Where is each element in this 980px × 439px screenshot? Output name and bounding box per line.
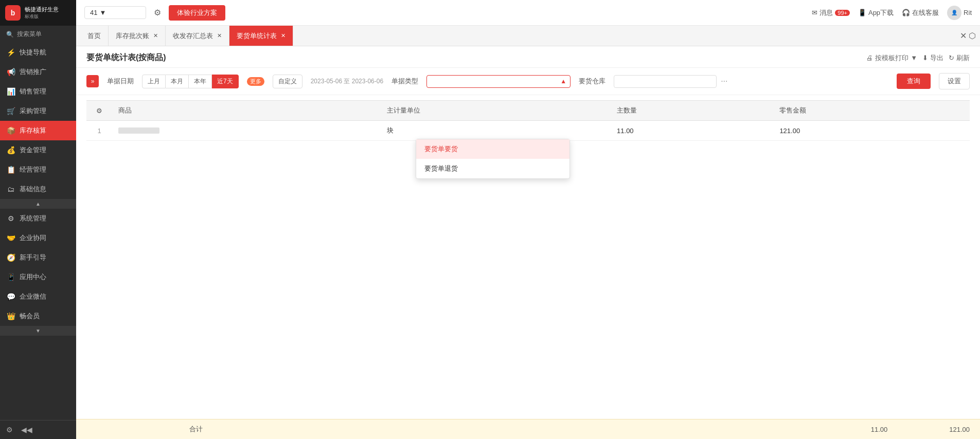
query-button[interactable]: 查询 [897, 74, 931, 89]
sidebar-item-basic-info[interactable]: 🗂 基础信息 [0, 179, 76, 199]
sidebar-label-inventory: 库存核算 [20, 126, 46, 135]
warehouse-filter-label: 要货仓库 [579, 77, 605, 86]
export-label: 导出 [930, 53, 943, 63]
sidebar-label-basic-info: 基础信息 [20, 185, 46, 194]
sidebar-item-sales[interactable]: 📊 销售管理 [0, 82, 76, 101]
col-unit: 主计量单位 [381, 101, 611, 121]
sidebar-item-operations[interactable]: 📋 经营管理 [0, 160, 76, 179]
messages-item[interactable]: ✉ 消息 99+ [812, 8, 850, 17]
print-btn[interactable]: 🖨 按模板打印 ▼ [866, 53, 917, 63]
prev-month-btn[interactable]: 上月 [142, 75, 166, 88]
sidebar-label-member: 畅会员 [20, 312, 40, 321]
col-quantity: 主数量 [611, 101, 773, 121]
date-buttons-group: 上月 本月 本年 近7天 [142, 75, 239, 88]
tabs-right-actions: ✕ ⬡ [960, 31, 976, 41]
sidebar-label-system: 系统管理 [20, 214, 46, 223]
table-footer: 合计 11.00 121.00 [76, 419, 980, 439]
messages-badge: 99+ [835, 10, 850, 16]
col-amount: 零售金额 [773, 101, 970, 121]
footer-label: 合计 [189, 425, 203, 434]
finance-icon: 💰 [6, 146, 15, 154]
refresh-btn[interactable]: ↻ 刷新 [949, 53, 970, 63]
order-stats-label: 要货单统计表 [237, 31, 277, 41]
tab-expand-icon[interactable]: ⬡ [969, 31, 976, 41]
type-chevron-up-icon[interactable]: ▲ [560, 78, 566, 85]
scroll-down-btn[interactable]: ▼ [0, 326, 76, 336]
tab-inventory-batch[interactable]: 库存批次账 ✕ [109, 26, 166, 46]
brand-name: 畅捷通好生意 [25, 6, 59, 13]
search-menu-label: 搜索菜单 [17, 30, 42, 39]
brand-badge: 标准版 [25, 13, 59, 20]
page-title: 要货单统计表(按商品) [86, 52, 166, 63]
sidebar-item-app-center[interactable]: 📱 应用中心 [0, 267, 76, 287]
phone-icon: 📱 [858, 9, 866, 16]
row-seq: 1 [86, 121, 112, 141]
tab-inventory-batch-close[interactable]: ✕ [153, 32, 158, 39]
sidebar-settings-icon[interactable]: ⚙ [6, 426, 13, 434]
tab-close-all-icon[interactable]: ✕ [960, 31, 967, 41]
product-placeholder [118, 127, 159, 134]
topbar-gear-button[interactable]: ⚙ [150, 6, 165, 20]
home-tab-label: 首页 [87, 31, 101, 41]
store-name: 41 [90, 9, 97, 16]
store-selector[interactable]: 41 ▼ [84, 6, 146, 19]
last7days-btn[interactable]: 近7天 [212, 75, 239, 88]
sidebar-item-finance[interactable]: 💰 资金管理 [0, 140, 76, 160]
this-month-btn[interactable]: 本月 [166, 75, 189, 88]
sidebar-label-quick-nav: 快捷导航 [20, 48, 46, 57]
tab-order-stats-close[interactable]: ✕ [281, 32, 286, 39]
sidebar-item-system[interactable]: ⚙ 系统管理 [0, 209, 76, 228]
filter-expand-button[interactable]: » [86, 75, 99, 87]
sidebar-item-purchase[interactable]: 🛒 采购管理 [0, 101, 76, 121]
sidebar-label-marketing: 营销推广 [20, 67, 46, 77]
custom-date-btn[interactable]: 自定义 [273, 75, 302, 88]
online-service-item[interactable]: 🎧 在线客服 [902, 8, 939, 17]
tab-receive-summary[interactable]: 收发存汇总表 ✕ [166, 26, 229, 46]
filter-settings-button[interactable]: 设置 [939, 73, 970, 89]
footer-amount: 121.00 [949, 426, 970, 433]
brand-logo: b 畅捷通好生意 标准版 [0, 0, 76, 26]
dropdown-item-order-return[interactable]: 要货单退货 [416, 159, 569, 178]
col-settings[interactable]: ⚙ [86, 101, 112, 121]
app-download-item[interactable]: 📱 App下载 [858, 8, 894, 17]
type-filter-input[interactable] [426, 75, 571, 88]
online-service-label: 在线客服 [912, 8, 939, 17]
row-unit: 块 [381, 121, 611, 141]
sidebar-item-marketing[interactable]: 📢 营销推广 [0, 62, 76, 82]
sidebar-item-member[interactable]: 👑 畅会员 [0, 306, 76, 326]
row-product [112, 121, 381, 141]
row-amount: 121.00 [773, 121, 970, 141]
app-center-icon: 📱 [6, 273, 15, 281]
sidebar-collapse-icon[interactable]: ◀◀ [21, 426, 32, 434]
tab-order-stats[interactable]: 要货单统计表 ✕ [229, 26, 293, 46]
warehouse-filter-input[interactable] [614, 75, 717, 88]
main-area: 41 ▼ ⚙ 体验行业方案 ✉ 消息 99+ 📱 App下载 🎧 在线客服 [76, 0, 980, 439]
type-filter-label: 单据类型 [391, 77, 418, 86]
topbar-right: ✉ 消息 99+ 📱 App下载 🎧 在线客服 👤 Rit [812, 6, 972, 20]
app-download-label: App下载 [868, 8, 894, 17]
this-year-btn[interactable]: 本年 [189, 75, 212, 88]
scroll-up-btn[interactable]: ▲ [0, 199, 76, 209]
print-label: 按模板打印 [875, 53, 908, 63]
headset-icon: 🎧 [902, 9, 910, 16]
print-dropdown-icon: ▼ [911, 54, 917, 62]
dropdown-item-order-goods[interactable]: 要货单要货 [416, 139, 569, 159]
data-table-wrap: ⚙ 商品 主计量单位 主数量 零售金额 1 [76, 100, 980, 141]
sidebar-label-app-center: 应用中心 [20, 272, 46, 282]
receive-summary-label: 收发存汇总表 [173, 31, 213, 41]
trial-button[interactable]: 体验行业方案 [169, 5, 225, 21]
export-btn[interactable]: ⬇ 导出 [922, 53, 943, 63]
marketing-icon: 📢 [6, 68, 15, 76]
sidebar: b 畅捷通好生意 标准版 🔍 搜索菜单 ⚡ 快捷导航 📢 营销推广 📊 销售管理… [0, 0, 76, 439]
sidebar-item-inventory[interactable]: 📦 库存核算 [0, 121, 76, 140]
filter-more-icon[interactable]: ··· [721, 77, 727, 86]
sidebar-item-quick-nav[interactable]: ⚡ 快捷导航 [0, 43, 76, 62]
user-menu-item[interactable]: 👤 Rit [947, 6, 972, 20]
sidebar-item-enterprise[interactable]: 🤝 企业协同 [0, 228, 76, 248]
search-menu-item[interactable]: 🔍 搜索菜单 [0, 26, 76, 43]
more-badge[interactable]: 更多 [247, 77, 264, 86]
tab-receive-summary-close[interactable]: ✕ [217, 32, 222, 39]
tab-home[interactable]: 首页 [80, 26, 109, 46]
sidebar-item-wechat[interactable]: 💬 企业微信 [0, 287, 76, 306]
sidebar-item-guide[interactable]: 🧭 新手引导 [0, 248, 76, 267]
